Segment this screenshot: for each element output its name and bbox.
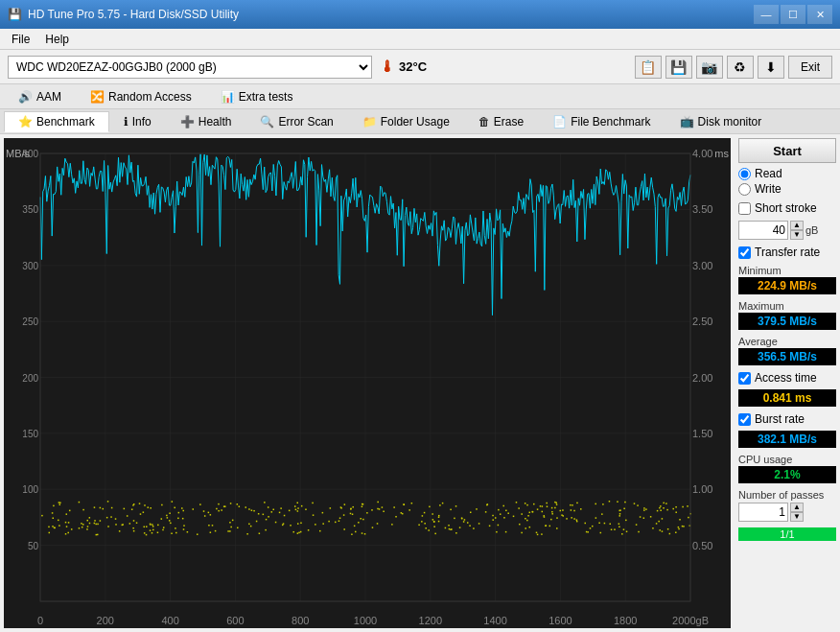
window-controls: — ☐ ✕ [754,5,832,24]
tab-health[interactable]: ➕ Health [166,111,246,132]
close-button[interactable]: ✕ [807,5,832,24]
temperature-display: 🌡 32°C [380,59,427,76]
maximum-label: Maximum [738,300,836,312]
exit-button[interactable]: Exit [788,56,832,79]
tab-erase[interactable]: 🗑 Erase [464,111,538,132]
maximum-stat: Maximum 379.5 MB/s [738,298,836,330]
stroke-spinner-row: ▲ ▼ gB [738,221,836,240]
folder-icon: 📁 [362,115,377,129]
passes-up-button[interactable]: ▲ [790,503,804,512]
health-icon: ➕ [180,115,195,129]
passes-down-button[interactable]: ▼ [790,512,804,522]
tab-random-access[interactable]: 🔀 Random Access [76,86,206,107]
access-time-row: Access time [738,371,836,385]
cpu-usage-stat: CPU usage 2.1% [738,452,836,483]
stroke-down-button[interactable]: ▼ [790,230,804,240]
short-stroke-checkbox[interactable] [738,202,751,215]
burst-rate-row: Burst rate [738,412,836,426]
toolbar: WDC WD20EZAZ-00GGJB0 (2000 gB) 🌡 32°C 📋 … [0,50,840,84]
short-stroke-label: Short stroke [755,201,817,215]
write-radio[interactable] [738,183,751,196]
read-label: Read [755,167,782,180]
transfer-rate-label: Transfer rate [755,246,820,259]
tab-extra-tests[interactable]: 📊 Extra tests [206,86,308,107]
burst-rate-stat: 382.1 MB/s [738,430,836,448]
benchmark-chart [4,138,731,628]
passes-spinner-input[interactable] [738,503,788,522]
stroke-spinner-input[interactable] [738,221,788,240]
tab-disk-monitor[interactable]: 📺 Disk monitor [665,111,777,132]
cpu-usage-value: 2.1% [738,466,836,483]
disk-monitor-icon: 📺 [680,115,694,129]
start-button[interactable]: Start [738,138,836,163]
minimum-stat: Minimum 224.9 MB/s [738,263,836,294]
transfer-rate-row: Transfer rate [738,246,836,259]
file-benchmark-icon: 📄 [552,115,567,129]
app-icon: 💾 [8,8,22,21]
maximum-value: 379.5 MB/s [738,313,836,330]
erase-icon: 🗑 [478,115,490,129]
access-time-value: 0.841 ms [738,389,836,407]
download-icon-btn[interactable]: ⬇ [758,56,784,79]
read-write-group: Read Write [738,167,836,196]
transfer-rate-checkbox[interactable] [738,246,751,259]
device-selector[interactable]: WDC WD20EZAZ-00GGJB0 (2000 gB) [8,56,372,79]
right-panel: Start Read Write Short stroke ▲ ▼ gB [735,134,840,632]
tab-file-benchmark[interactable]: 📄 File Benchmark [538,111,665,132]
info-icon: ℹ [124,115,128,129]
menu-file[interactable]: File [4,31,37,48]
recycle-icon-btn[interactable]: ♻ [727,56,754,79]
tab-aam[interactable]: 🔊 AAM [4,86,76,107]
extra-tests-icon: 📊 [221,90,235,104]
burst-rate-value: 382.1 MB/s [738,431,836,448]
progress-label: 1/1 [738,527,836,541]
write-label: Write [755,182,782,196]
save-icon-btn[interactable]: 💾 [665,56,692,79]
tab-random-access-label: Random Access [108,90,192,104]
camera-icon-btn[interactable]: 📷 [696,56,723,79]
tab-row-2: ⭐ Benchmark ℹ Info ➕ Health 🔍 Error Scan… [0,109,840,134]
aam-icon: 🔊 [18,90,33,104]
error-scan-icon: 🔍 [260,115,274,129]
stroke-up-button[interactable]: ▲ [790,221,804,230]
tab-info[interactable]: ℹ Info [109,111,166,132]
stroke-spinner-buttons: ▲ ▼ [790,221,804,240]
passes-spinner-row: ▲ ▼ [738,503,836,522]
cpu-usage-label: CPU usage [738,454,836,465]
menu-bar: File Help [0,29,840,50]
chart-area [4,138,731,628]
passes-stat: Number of passes ▲ ▼ [738,487,836,522]
short-stroke-row: Short stroke [738,201,836,215]
temperature-value: 32°C [399,59,427,74]
average-value: 356.5 MB/s [738,348,836,365]
passes-label: Number of passes [738,489,836,501]
tab-erase-label: Erase [494,115,524,129]
access-time-label: Access time [755,371,817,385]
tab-error-scan[interactable]: 🔍 Error Scan [245,111,347,132]
thermometer-icon: 🌡 [380,59,395,76]
tab-file-benchmark-label: File Benchmark [571,115,650,129]
tab-benchmark[interactable]: ⭐ Benchmark [4,111,109,132]
tab-info-label: Info [132,115,152,129]
title-bar-text: HD Tune Pro 5.75 - Hard Disk/SSD Utility [28,8,239,21]
benchmark-icon: ⭐ [18,115,33,129]
random-access-icon: 🔀 [90,90,105,104]
access-time-stat: 0.841 ms [738,388,836,407]
access-time-checkbox[interactable] [738,372,751,385]
tab-folder-usage[interactable]: 📁 Folder Usage [348,111,464,132]
minimize-button[interactable]: — [754,5,779,24]
maximize-button[interactable]: ☐ [781,5,805,24]
progress-bar: 1/1 [738,527,836,541]
tab-aam-label: AAM [36,90,61,104]
tab-disk-monitor-label: Disk monitor [698,115,762,129]
read-radio[interactable] [738,168,751,180]
tab-row-1: 🔊 AAM 🔀 Random Access 📊 Extra tests [0,84,840,109]
toolbar-icons: 📋 💾 📷 ♻ ⬇ Exit [635,56,832,79]
copy-icon-btn[interactable]: 📋 [635,56,662,79]
tab-folder-usage-label: Folder Usage [381,115,450,129]
burst-rate-label: Burst rate [755,412,805,426]
burst-rate-checkbox[interactable] [738,413,751,426]
menu-help[interactable]: Help [37,31,77,48]
minimum-value: 224.9 MB/s [738,277,836,294]
stroke-unit: gB [805,224,818,236]
